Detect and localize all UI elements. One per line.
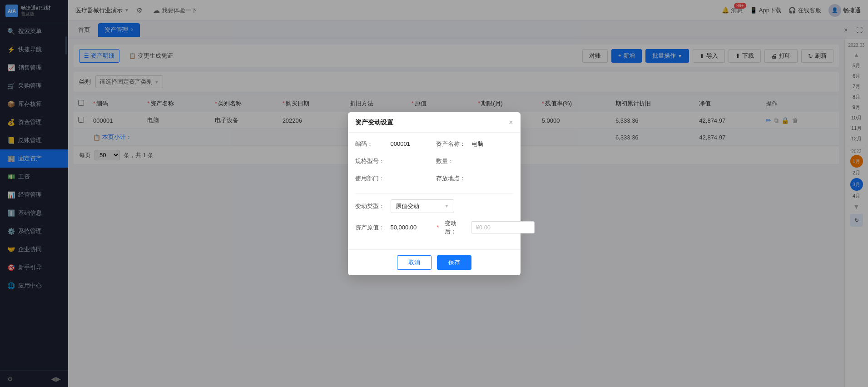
modal-close-button[interactable]: ×: [509, 119, 513, 127]
modal-code-value: 000001: [391, 140, 410, 147]
modal-code-label: 编码：: [355, 140, 387, 148]
modal-asset-name-row: 资产名称： 电脑: [436, 140, 513, 148]
modal-code-row: 编码： 000001: [355, 140, 432, 148]
change-type-value: 原值变动: [396, 202, 419, 210]
cancel-button[interactable]: 取消: [397, 255, 432, 270]
modal-change-type-select[interactable]: 原值变动 ▼: [391, 199, 454, 213]
modal-original-value-row: 资产原值： 50,000.00 * 变动后：: [355, 219, 513, 236]
chevron-down-icon: ▼: [445, 203, 449, 208]
modal-asset-name-label: 资产名称：: [436, 140, 468, 148]
after-change-input[interactable]: [471, 221, 535, 233]
modal-after-change-label: 变动后：: [445, 219, 467, 236]
modal-dept-label: 使用部门：: [355, 174, 387, 183]
modal-footer: 取消 保存: [348, 249, 521, 275]
modal-asset-name-value: 电脑: [471, 140, 483, 148]
modal-overlay: 资产变动设置 × 编码： 000001 资产名称： 电脑 规格型号： 数: [0, 0, 868, 387]
asset-change-modal: 资产变动设置 × 编码： 000001 资产名称： 电脑 规格型号： 数: [348, 112, 521, 275]
modal-spec-row: 规格型号：: [355, 157, 432, 165]
modal-change-type-row: 变动类型： 原值变动 ▼: [355, 199, 513, 213]
modal-spec-label: 规格型号：: [355, 157, 387, 165]
save-button[interactable]: 保存: [437, 255, 471, 270]
modal-original-value-display: 50,000.00: [391, 224, 432, 231]
required-star: *: [437, 224, 439, 231]
modal-quantity-row: 数量：: [436, 157, 513, 165]
modal-header: 资产变动设置 ×: [348, 112, 521, 133]
modal-body: 编码： 000001 资产名称： 电脑 规格型号： 数量： 使用部门：: [348, 133, 521, 249]
modal-location-row: 存放地点：: [436, 174, 513, 183]
modal-dept-row: 使用部门：: [355, 174, 432, 183]
modal-divider: [355, 194, 513, 194]
modal-title: 资产变动设置: [355, 119, 393, 127]
modal-location-label: 存放地点：: [436, 174, 468, 183]
modal-info-grid: 编码： 000001 资产名称： 电脑 规格型号： 数量： 使用部门：: [355, 140, 513, 188]
modal-change-type-label: 变动类型：: [355, 202, 387, 210]
modal-original-value-label: 资产原值：: [355, 223, 387, 232]
modal-quantity-label: 数量：: [436, 157, 468, 165]
